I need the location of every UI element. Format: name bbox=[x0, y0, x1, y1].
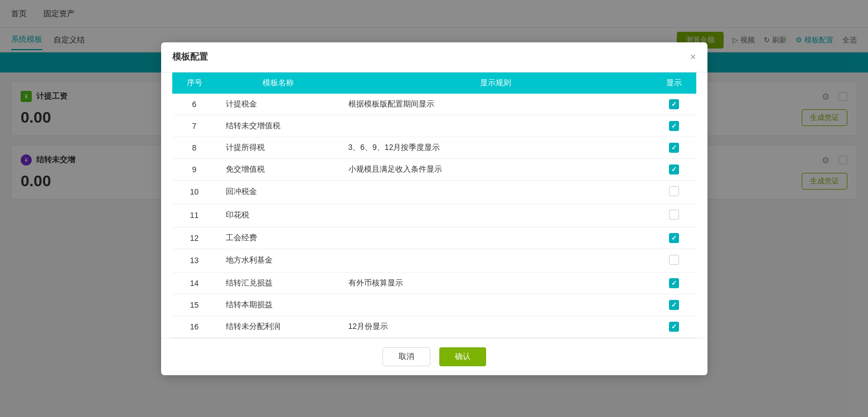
cancel-button[interactable]: 取消 bbox=[382, 347, 430, 366]
dialog-footer: 取消 确认 bbox=[161, 338, 707, 375]
cell-checkbox[interactable] bbox=[652, 227, 696, 249]
cell-checkbox[interactable] bbox=[652, 137, 696, 158]
table-row: 16结转未分配利润12月份显示 bbox=[172, 316, 696, 337]
table-row: 7结转未交增值税 bbox=[172, 115, 696, 137]
checkbox-unchecked[interactable] bbox=[669, 255, 679, 265]
cell-name: 结转未分配利润 bbox=[217, 316, 340, 337]
checkbox-checked[interactable] bbox=[669, 121, 679, 131]
cell-index: 8 bbox=[172, 137, 217, 158]
cell-checkbox[interactable] bbox=[652, 249, 696, 272]
cell-name: 结转本期损益 bbox=[217, 294, 340, 316]
cell-rule bbox=[340, 180, 652, 203]
checkbox-checked[interactable] bbox=[669, 233, 679, 243]
table-row: 6计提税金根据模板版配置期间显示 bbox=[172, 94, 696, 115]
checkbox-unchecked[interactable] bbox=[669, 186, 679, 196]
cell-rule bbox=[340, 249, 652, 272]
cell-checkbox[interactable] bbox=[652, 158, 696, 180]
cell-name: 回冲税金 bbox=[217, 180, 340, 203]
col-header-display: 显示 bbox=[652, 72, 696, 94]
cell-rule: 根据模板版配置期间显示 bbox=[340, 94, 652, 115]
dialog-header: 模板配置 × bbox=[161, 42, 707, 72]
cell-rule: 3、6、9、12月按季度显示 bbox=[340, 137, 652, 158]
table-wrapper[interactable]: 序号 模板名称 显示规则 显示 6计提税金根据模板版配置期间显示7结转未交增值税… bbox=[161, 72, 707, 338]
confirm-button[interactable]: 确认 bbox=[439, 347, 486, 366]
checkbox-unchecked[interactable] bbox=[669, 210, 679, 220]
col-header-rule: 显示规则 bbox=[340, 72, 652, 94]
cell-name: 结转汇兑损益 bbox=[217, 272, 340, 294]
table-row: 9免交增值税小规模且满足收入条件显示 bbox=[172, 158, 696, 180]
cell-index: 12 bbox=[172, 227, 217, 249]
checkbox-checked[interactable] bbox=[669, 164, 679, 174]
cell-rule bbox=[340, 294, 652, 316]
cell-checkbox[interactable] bbox=[652, 272, 696, 294]
cell-name: 印花税 bbox=[217, 203, 340, 227]
cell-name: 地方水利基金 bbox=[217, 249, 340, 272]
cell-rule bbox=[340, 115, 652, 137]
dialog-template-config: 模板配置 × 序号 模板名称 显示规则 显示 6计提税金根据模板版配置期间显示7… bbox=[161, 42, 707, 375]
cell-index: 7 bbox=[172, 115, 217, 137]
table-row: 13地方水利基金 bbox=[172, 249, 696, 272]
cell-index: 15 bbox=[172, 294, 217, 316]
dialog-close-button[interactable]: × bbox=[690, 52, 696, 62]
cell-name: 工会经费 bbox=[217, 227, 340, 249]
cell-index: 6 bbox=[172, 94, 217, 115]
table-row: 11印花税 bbox=[172, 203, 696, 227]
cell-name: 结转未交增值税 bbox=[217, 115, 340, 137]
cell-rule: 有外币核算显示 bbox=[340, 272, 652, 294]
checkbox-checked[interactable] bbox=[669, 143, 679, 153]
cell-index: 11 bbox=[172, 203, 217, 227]
cell-rule: 12月份显示 bbox=[340, 316, 652, 337]
table-row: 12工会经费 bbox=[172, 227, 696, 249]
cell-checkbox[interactable] bbox=[652, 294, 696, 316]
checkbox-checked[interactable] bbox=[669, 322, 679, 332]
cell-index: 16 bbox=[172, 316, 217, 337]
cell-rule bbox=[340, 203, 652, 227]
cell-checkbox[interactable] bbox=[652, 180, 696, 203]
table-row: 15结转本期损益 bbox=[172, 294, 696, 316]
cell-name: 计提所得税 bbox=[217, 137, 340, 158]
cell-index: 9 bbox=[172, 158, 217, 180]
cell-name: 计提税金 bbox=[217, 94, 340, 115]
config-table: 序号 模板名称 显示规则 显示 6计提税金根据模板版配置期间显示7结转未交增值税… bbox=[172, 72, 696, 338]
cell-checkbox[interactable] bbox=[652, 115, 696, 137]
cell-index: 13 bbox=[172, 249, 217, 272]
cell-checkbox[interactable] bbox=[652, 203, 696, 227]
cell-index: 10 bbox=[172, 180, 217, 203]
cell-index: 14 bbox=[172, 272, 217, 294]
table-row: 14结转汇兑损益有外币核算显示 bbox=[172, 272, 696, 294]
cell-checkbox[interactable] bbox=[652, 94, 696, 115]
checkbox-checked[interactable] bbox=[669, 278, 679, 288]
cell-checkbox[interactable] bbox=[652, 316, 696, 337]
table-header-row: 序号 模板名称 显示规则 显示 bbox=[172, 72, 696, 94]
table-row: 10回冲税金 bbox=[172, 180, 696, 203]
col-header-index: 序号 bbox=[172, 72, 217, 94]
table-row: 8计提所得税3、6、9、12月按季度显示 bbox=[172, 137, 696, 158]
checkbox-checked[interactable] bbox=[669, 300, 679, 310]
cell-name: 免交增值税 bbox=[217, 158, 340, 180]
dialog-title: 模板配置 bbox=[172, 51, 208, 63]
cell-rule: 小规模且满足收入条件显示 bbox=[340, 158, 652, 180]
modal-overlay: 模板配置 × 序号 模板名称 显示规则 显示 6计提税金根据模板版配置期间显示7… bbox=[0, 0, 868, 417]
checkbox-checked[interactable] bbox=[669, 99, 679, 109]
cell-rule bbox=[340, 227, 652, 249]
col-header-name: 模板名称 bbox=[217, 72, 340, 94]
